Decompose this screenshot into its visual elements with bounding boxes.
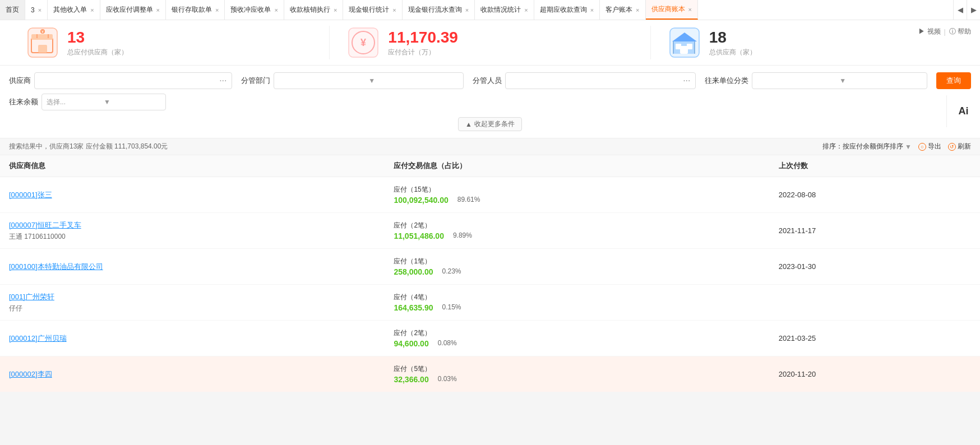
tx-label-5: 应付（5笔）: [394, 364, 778, 374]
tx-amount-5[interactable]: 32,366.00: [394, 375, 428, 384]
tx-amount-0[interactable]: 100,092,540.00: [394, 196, 448, 205]
sort-selector[interactable]: 排序：按应付余额倒序排序 ▼: [822, 142, 912, 151]
nav-tab-close-tab3[interactable]: ×: [38, 7, 41, 13]
supplier-dots-icon[interactable]: ···: [219, 76, 226, 86]
nav-tab-bank-deposit[interactable]: 银行存取款单×: [166, 0, 225, 20]
person-input-wrap[interactable]: ···: [505, 72, 696, 89]
video-link[interactable]: ▶ 视频: [918, 27, 940, 36]
nav-tab-other-income[interactable]: 其他收入单×: [48, 0, 100, 20]
last-pay-date-4: 2021-03-25: [779, 334, 816, 342]
last-pay-date-5: 2020-11-20: [779, 370, 816, 378]
supplier-input[interactable]: [39, 77, 219, 85]
nav-tab-cash-bank-stat[interactable]: 现金银行统计×: [343, 0, 402, 20]
nav-tab-close-prepay-offset[interactable]: ×: [274, 7, 278, 13]
nav-tab-tab3[interactable]: 3×: [25, 0, 48, 20]
nav-arrow-right[interactable]: ▶: [967, 0, 980, 20]
person-input[interactable]: [510, 77, 683, 85]
tx-cell-3: 应付（4笔）164,635.900.15%: [394, 293, 778, 312]
supplier-name-2[interactable]: [000100]本特勤油品有限公司: [9, 262, 394, 272]
sort-label: 排序：按应付余额倒序排序: [822, 142, 903, 151]
nav-tab-label-cash-flow-query: 现金银行流水查询: [408, 5, 462, 15]
nav-tab-home[interactable]: 首页: [0, 0, 25, 20]
nav-tab-overdue-ar[interactable]: 超期应收款查询×: [534, 0, 600, 20]
supplier-name-3[interactable]: [001]广州荣轩: [9, 292, 394, 302]
tx-label-0: 应付（15笔）: [394, 185, 778, 194]
nav-tab-close-overdue-ar[interactable]: ×: [590, 7, 594, 13]
nav-tab-close-ar-ap-adjust[interactable]: ×: [156, 7, 160, 13]
tx-label-4: 应付（2笔）: [394, 328, 778, 338]
person-dots-icon[interactable]: ···: [683, 76, 690, 86]
nav-tab-receipt-exec[interactable]: 收款核销执行×: [284, 0, 343, 20]
result-bar: 搜索结果中，供应商13家 应付金额 111,703,854.00元 排序：按应付…: [0, 138, 980, 155]
category-arrow-icon: ▼: [839, 77, 922, 85]
refresh-btn[interactable]: ↺ 刷新: [948, 142, 971, 151]
payment-icon: ¥: [346, 26, 380, 59]
nav-tab-label-bank-deposit: 银行存取款单: [172, 5, 212, 15]
nav-tab-close-other-income[interactable]: ×: [90, 7, 94, 13]
stat2-label: 应付合计（万）: [388, 48, 458, 57]
nav-tab-close-cash-bank-stat[interactable]: ×: [392, 7, 396, 13]
tx-amount-row-4: 94,600.000.08%: [394, 338, 778, 348]
balance-placeholder: 选择...: [47, 98, 104, 107]
table-header: 供应商信息 应付交易信息（占比） 上次付数: [0, 155, 980, 177]
stat1-label: 总应付供应商（家）: [67, 48, 128, 57]
nav-tab-close-bank-deposit[interactable]: ×: [215, 7, 219, 13]
collapse-label: 收起更多条件: [474, 119, 515, 129]
nav-tab-supplier-ledger[interactable]: 供应商账本×: [646, 0, 698, 20]
supplier-cell-3: [001]广州荣轩仔仔: [9, 292, 394, 313]
nav-tab-ar-ap-adjust[interactable]: 应收应付调整单×: [100, 0, 166, 20]
supplier-name-5[interactable]: [000002]李四: [9, 369, 394, 379]
tx-amount-1[interactable]: 11,051,486.00: [394, 231, 444, 240]
tx-amount-4[interactable]: 94,600.00: [394, 339, 428, 348]
supplier-name-0[interactable]: [000001]张三: [9, 190, 394, 200]
search-area: 供应商 ··· 分管部门 ▼ 分管人员 ··· 往来单位分类: [0, 66, 980, 138]
nav-tab-cash-flow-query[interactable]: 现金银行流水查询×: [403, 0, 475, 20]
svg-text:¥: ¥: [360, 37, 366, 48]
nav-tab-close-customer-ledger[interactable]: ×: [636, 7, 639, 13]
export-btn[interactable]: ○ 导出: [918, 142, 941, 151]
table-area: 供应商信息 应付交易信息（占比） 上次付数 [000001]张三应付（15笔）1…: [0, 155, 980, 392]
person-field: 分管人员 ···: [473, 72, 696, 89]
stat3-number: 18: [709, 28, 756, 47]
last-pay-cell-0: 2022-08-08: [779, 191, 971, 199]
nav-tab-close-receipt-exec[interactable]: ×: [334, 7, 337, 13]
ai-btn[interactable]: Ai: [959, 101, 969, 122]
dept-select-wrap[interactable]: ▼: [274, 72, 464, 89]
tx-amount-row-1: 11,051,486.009.89%: [394, 230, 778, 240]
tx-cell-5: 应付（5笔）32,366.000.03%: [394, 364, 778, 384]
supplier-name-1[interactable]: [000007]恒旺二手叉车: [9, 220, 394, 230]
person-label: 分管人员: [473, 76, 502, 86]
last-pay-date-0: 2022-08-08: [779, 191, 816, 199]
sort-arrow-icon: ▼: [905, 143, 912, 151]
tx-amount-row-0: 100,092,540.0089.61%: [394, 194, 778, 205]
nav-tab-label-customer-ledger: 客户账本: [605, 5, 632, 15]
supplier-name-4[interactable]: [000012]广州贝瑞: [9, 333, 394, 344]
dept-arrow-icon: ▼: [368, 77, 459, 85]
tx-percent-2: 0.23%: [442, 267, 461, 275]
nav-tab-close-cash-flow-query[interactable]: ×: [465, 7, 469, 13]
collapse-btn[interactable]: ▲ 收起更多条件: [458, 117, 522, 131]
nav-tab-label-supplier-ledger: 供应商账本: [651, 4, 685, 14]
tx-amount-2[interactable]: 258,000.00: [394, 267, 433, 276]
query-button[interactable]: 查询: [936, 72, 971, 89]
nav-tab-close-receipt-stat[interactable]: ×: [524, 7, 528, 13]
tx-amount-3[interactable]: 164,635.90: [394, 303, 433, 312]
supplier-input-wrap[interactable]: ···: [34, 72, 232, 89]
table-row: [000007]恒旺二手叉车王通 17106110000应付（2笔）11,051…: [0, 213, 980, 249]
nav-tab-receipt-stat[interactable]: 收款情况统计×: [475, 0, 534, 20]
svg-rect-2: [38, 45, 47, 53]
category-select-wrap[interactable]: ▼: [752, 72, 928, 89]
stat3-label: 总供应商（家）: [709, 48, 756, 57]
nav-tab-label-prepay-offset: 预收冲应收单: [230, 5, 271, 15]
svg-rect-16: [687, 44, 692, 49]
balance-select-wrap[interactable]: 选择... ▼: [41, 94, 166, 110]
top-nav: 首页3×其他收入单×应收应付调整单×银行存取款单×预收冲应收单×收款核销执行×现…: [0, 0, 980, 20]
nav-tab-close-supplier-ledger[interactable]: ×: [688, 6, 692, 13]
result-bar-right: 排序：按应付余额倒序排序 ▼ ○ 导出 ↺ 刷新: [822, 142, 971, 151]
nav-tab-prepay-offset[interactable]: 预收冲应收单×: [225, 0, 284, 20]
tx-cell-1: 应付（2笔）11,051,486.009.89%: [394, 221, 778, 240]
nav-tab-customer-ledger[interactable]: 客户账本×: [600, 0, 645, 20]
tx-percent-5: 0.03%: [438, 375, 457, 383]
help-link[interactable]: ⓘ 帮助: [949, 27, 971, 36]
nav-arrow-left[interactable]: ◀: [953, 0, 967, 20]
